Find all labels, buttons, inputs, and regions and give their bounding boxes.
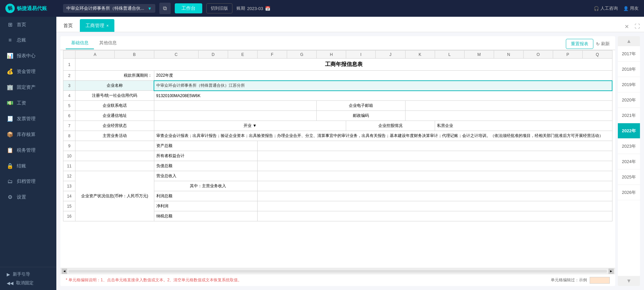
assets-cell[interactable]: [257, 141, 612, 151]
sidebar-item-label-report: 报表中心: [17, 53, 36, 59]
sidebar-item-home[interactable]: ⊞ 首页: [0, 17, 56, 32]
row-num-2: 2: [63, 71, 75, 81]
col-header-g: G: [287, 51, 317, 59]
address-cell[interactable]: [154, 111, 317, 121]
reg-code-label: 注册号/统一社会信用代码: [75, 91, 154, 101]
scroll-left-button[interactable]: ◄: [62, 269, 67, 274]
col-header-a: A: [75, 51, 115, 59]
year-item-2018[interactable]: 2018年: [618, 62, 640, 77]
table-wrapper[interactable]: A B C D E F G H I J K L: [60, 50, 615, 268]
status-cell[interactable]: 开业 ▼: [154, 121, 346, 131]
workbench-button[interactable]: 工作台: [175, 3, 202, 13]
window-close-icon: ✕: [625, 23, 629, 30]
invoice-icon: 🧾: [7, 116, 13, 122]
year-item-2026[interactable]: 2026年: [618, 185, 640, 200]
year-item-2023[interactable]: 2023年: [618, 139, 640, 154]
row-num-9: 9: [63, 141, 75, 151]
window-maximize-icon: ⛶: [635, 23, 640, 29]
period-value-cell[interactable]: 2022年度: [154, 71, 612, 81]
sidebar-item-ledger[interactable]: ≡ 总账: [0, 32, 56, 48]
main-panel: 基础信息 其他信息 重置报表 ↻ 刷新: [60, 36, 615, 286]
sidebar-item-archive[interactable]: 🗂 归档管理: [0, 174, 56, 189]
unfix-icon: ◀◀: [7, 281, 13, 286]
topbar: 畅 畅捷通易代账 中审众环会计师事务所（特殊普通合伙... ▼ ⧉ 工作台 切到…: [0, 0, 644, 17]
year-item-2017[interactable]: 2017年: [618, 46, 640, 62]
chevron-down-icon: ▼: [626, 278, 632, 284]
user-menu[interactable]: 👤 用友: [623, 5, 639, 11]
row-num-5: 5: [63, 101, 75, 111]
main-revenue-cell[interactable]: [257, 181, 612, 191]
phone-label: 企业联系电话: [75, 101, 154, 111]
copy-button[interactable]: ⧉: [159, 3, 171, 14]
table-row: 3 企业名称 中审众环会计师事务所（特殊普通合伙）江苏分所: [63, 81, 612, 91]
sidebar-item-settings[interactable]: ⚙ 设置: [0, 189, 56, 205]
table-row: 10 所有者权益合计: [63, 151, 612, 161]
company-name: 中审众环会计师事务所（特殊普通合伙...: [66, 5, 144, 11]
holding-cell[interactable]: 私营企业: [435, 121, 612, 131]
tab-home[interactable]: 首页: [58, 19, 78, 32]
year-item-2025[interactable]: 2025年: [618, 169, 640, 185]
company-name-cell[interactable]: 中审众环会计师事务所（特殊普通合伙）江苏分所: [154, 81, 612, 91]
year-item-2021[interactable]: 2021年: [618, 108, 640, 123]
year-item-2024[interactable]: 2024年: [618, 154, 640, 169]
reg-code-cell[interactable]: 91320100MA208E5W6K: [154, 91, 612, 101]
tab-commerce-label: 工商管理: [86, 23, 104, 29]
sidebar-item-invoice[interactable]: 🧾 发票管理: [0, 111, 56, 127]
email-cell[interactable]: [405, 101, 612, 111]
tab-close-icon[interactable]: ×: [106, 23, 109, 28]
reset-button[interactable]: 重置报表: [566, 39, 593, 49]
table-row: 12 企业资产状况信息(币种：人民币万元) 营业总收入: [63, 171, 612, 181]
total-tax-label: 纳税总额: [154, 211, 257, 221]
consult-button[interactable]: 🎧 人工咨询: [594, 5, 618, 11]
year-item-2019[interactable]: 2019年: [618, 77, 640, 92]
col-header-q: Q: [583, 51, 612, 59]
app-name: 畅捷通易代账: [17, 5, 47, 12]
tab-basic-info[interactable]: 基础信息: [66, 37, 94, 49]
sidebar-item-label-capital: 资金管理: [17, 69, 36, 75]
tab-commerce[interactable]: 工商管理 ×: [80, 19, 114, 32]
old-version-button[interactable]: 切到旧版: [206, 3, 232, 13]
company-selector[interactable]: 中审众环会计师事务所（特殊普通合伙... ▼: [63, 4, 155, 13]
sidebar-item-close[interactable]: 🔒 结账: [0, 158, 56, 174]
total-revenue-label: 营业总收入: [154, 171, 257, 181]
scroll-right-button[interactable]: ►: [608, 269, 614, 274]
topbar-right: 🎧 人工咨询 👤 用友: [594, 5, 639, 11]
refresh-button[interactable]: ↻ 刷新: [596, 41, 610, 47]
sidebar-item-guide[interactable]: ▶ 新手引导: [7, 271, 50, 277]
year-scroll-down-button[interactable]: ▼: [618, 276, 640, 286]
equity-cell[interactable]: [257, 151, 612, 161]
window-close-button[interactable]: ✕: [623, 22, 631, 30]
sidebar-item-tax[interactable]: 📋 税务管理: [0, 142, 56, 158]
net-profit-label: 净利润: [154, 201, 257, 211]
sidebar-item-unfix[interactable]: ◀◀ 取消固定: [7, 280, 50, 286]
report-icon: 📊: [7, 53, 13, 59]
bottom-bar: * 单元格编辑说明：1、点击单元格直接录入数值或文本。2、清空单元格数值或文本恢…: [60, 274, 615, 286]
total-revenue-cell[interactable]: [257, 171, 612, 181]
year-item-2020[interactable]: 2020年: [618, 92, 640, 108]
main-revenue-label: 其中：主营业务收入: [154, 181, 257, 191]
tab-other-info[interactable]: 其他信息: [94, 37, 122, 49]
profit-cell[interactable]: [257, 191, 612, 201]
postcode-cell[interactable]: [405, 111, 612, 121]
sidebar-item-salary[interactable]: 💵 工资: [0, 95, 56, 111]
year-scroll-up-button[interactable]: ▲: [618, 36, 640, 46]
net-profit-cell[interactable]: [257, 201, 612, 211]
sidebar-scroll: ⊞ 首页 ≡ 总账 📊 报表中心 💰 资金管理 🏢 固定资产 💵 工资: [0, 17, 56, 267]
col-header-k: K: [405, 51, 435, 59]
sidebar-item-capital[interactable]: 💰 资金管理: [0, 64, 56, 79]
total-tax-cell[interactable]: [257, 211, 612, 221]
calendar-icon[interactable]: 📅: [265, 6, 270, 11]
sidebar-bottom: ▶ 新手引导 ◀◀ 取消固定: [0, 267, 56, 290]
liability-cell[interactable]: [257, 161, 612, 171]
sidebar-item-label-guide: 新手引导: [13, 271, 30, 277]
period-label-cell: 税款所属期间：: [75, 71, 154, 81]
sidebar-item-report[interactable]: 📊 报表中心: [0, 48, 56, 64]
sidebar-item-label-archive: 归档管理: [17, 178, 36, 185]
row-num-3: 3: [63, 81, 75, 91]
window-maximize-button[interactable]: ⛶: [633, 22, 641, 30]
year-item-2022[interactable]: 2022年: [618, 123, 640, 139]
sidebar-item-inventory[interactable]: 📦 库存核算: [0, 127, 56, 142]
sidebar-item-fixed[interactable]: 🏢 固定资产: [0, 79, 56, 95]
main-business-cell[interactable]: 审查企业会计报表；出具审计报告；验证企业资本；出具验资报告；办理企业合开、分立、…: [154, 131, 612, 141]
phone-cell[interactable]: [154, 101, 317, 111]
